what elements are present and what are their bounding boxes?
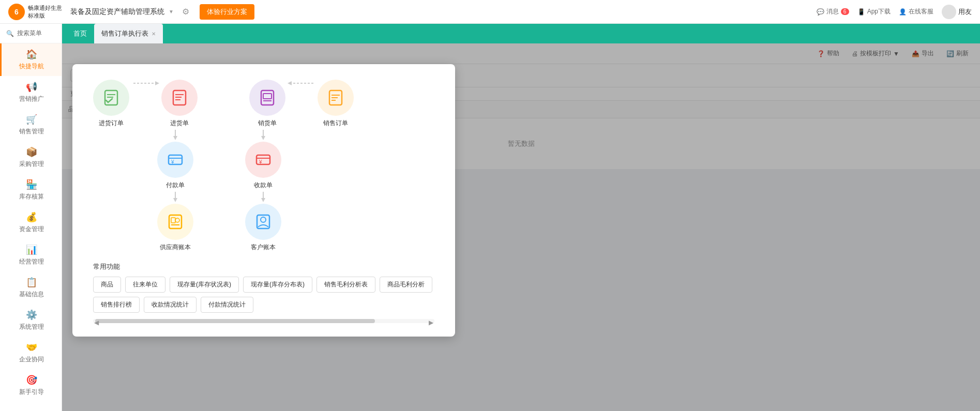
settings-icon[interactable]: ⚙ [182, 7, 189, 17]
flow-section: 进货订单 进货单 [93, 80, 434, 252]
top-header: 6 畅康通好生意 标准版 装备及固定资产辅助管理系统 ▼ ⚙ 体验行业方案 💬 … [0, 0, 980, 24]
content-area: 首页 销售订单执行表 ✕ ❓ 帮助 🖨 按模板打印 ▼ [62, 24, 980, 411]
func-btn-receipt-stats[interactable]: 收款情况统计 [144, 297, 197, 313]
sidebar-item-basic-info[interactable]: 📋 基础信息 [0, 271, 62, 304]
customer-ledger-label: 客户账本 [251, 243, 276, 252]
payment-label: 付款单 [166, 181, 185, 190]
basic-info-icon: 📋 [26, 277, 37, 288]
svg-marker-31 [261, 198, 265, 202]
sidebar-item-enterprise[interactable]: 🤝 企业协同 [0, 337, 62, 369]
flow-node-receipt[interactable]: ¥ 收款单 [245, 142, 281, 190]
newbie-icon: 🎯 [26, 374, 37, 386]
trial-button[interactable]: 体验行业方案 [200, 4, 254, 20]
svg-text:¥: ¥ [259, 159, 262, 165]
func-btn-payment-stats[interactable]: 付款情况统计 [201, 297, 253, 313]
finance-icon: 💰 [26, 211, 37, 223]
sidebar-item-newbie[interactable]: 🎯 新手引导 [0, 369, 62, 402]
phone-icon: 📱 [857, 8, 865, 16]
flow-node-sales-order[interactable]: 销售订单 [318, 80, 354, 128]
logo-icon: 6 [8, 4, 25, 20]
search-icon: 🔍 [6, 30, 14, 37]
logo-text: 畅康通好生意 标准版 [28, 4, 62, 19]
svg-rect-25 [257, 155, 270, 164]
flow-node-sales-receipt[interactable]: 销货单 [249, 80, 285, 128]
supplier-ledger-label: 供应商账本 [160, 243, 191, 252]
user-menu[interactable]: 用友 [942, 5, 972, 19]
sales-order-icon [318, 80, 354, 116]
sidebar-item-operations[interactable]: 📊 经营管理 [0, 239, 62, 271]
svg-rect-22 [169, 155, 182, 164]
search-menu[interactable]: 🔍 搜索菜单 [0, 24, 62, 43]
svg-text:¥: ¥ [171, 159, 174, 165]
svg-marker-4 [155, 81, 159, 85]
sales-order-label: 销售订单 [323, 119, 348, 128]
modal-scrollbar-thumb [95, 319, 375, 323]
logo-area: 6 畅康通好生意 标准版 [8, 4, 70, 20]
sidebar-item-purchase[interactable]: 📦 采购管理 [0, 141, 62, 174]
scroll-right-icon[interactable]: ▶ [429, 319, 433, 326]
svg-rect-10 [263, 94, 272, 99]
receipt-label: 收款单 [254, 181, 273, 190]
supplier-ledger-icon [157, 204, 193, 240]
sidebar-item-quick-nav[interactable]: 🏠 快捷导航 [0, 43, 62, 76]
purchase-icon: 📦 [26, 146, 37, 158]
payment-icon: ¥ [157, 142, 193, 178]
system-title-area: 装备及固定资产辅助管理系统 ▼ ⚙ 体验行业方案 [70, 4, 817, 20]
page-content: ❓ 帮助 🖨 按模板打印 ▼ 📤 导出 🔄 刷新 [62, 43, 980, 411]
svg-point-35 [175, 218, 179, 222]
purchase-receipt-label: 进货单 [170, 119, 189, 128]
flow-node-customer-ledger[interactable]: 客户账本 [245, 204, 281, 252]
receipt-icon: ¥ [245, 142, 281, 178]
message-icon: 💬 [817, 8, 824, 16]
app-download-button[interactable]: 📱 App下载 [857, 7, 891, 16]
func-btn-sales-rank[interactable]: 销售排行榜 [93, 297, 140, 313]
main-layout: 🔍 搜索菜单 🏠 快捷导航 📢 营销推广 🛒 销售管理 📦 采购管理 🏪 库存核… [0, 24, 980, 411]
tab-sales-order[interactable]: 销售订单执行表 ✕ [94, 24, 163, 43]
func-btn-goods[interactable]: 商品 [93, 277, 121, 293]
marketing-icon: 📢 [26, 81, 37, 93]
svg-point-37 [261, 217, 266, 222]
sidebar-item-sales[interactable]: 🛒 销售管理 [0, 109, 62, 141]
common-functions-title: 常用功能 [93, 262, 434, 271]
dropdown-arrow-icon[interactable]: ▼ [169, 9, 174, 14]
purchase-order-label: 进货订单 [99, 119, 124, 128]
avatar [942, 5, 956, 19]
modal-box: 进货订单 进货单 [72, 64, 455, 337]
func-row-2: 销售排行榜 收款情况统计 付款情况统计 [93, 297, 434, 313]
user-name: 用友 [958, 7, 972, 17]
func-btn-stock-status[interactable]: 现存量(库存状况表) [170, 277, 239, 293]
inventory-icon: 🏪 [26, 179, 37, 190]
modal-overlay: 进货订单 进货单 [62, 43, 980, 411]
sales-receipt-label: 销货单 [258, 119, 277, 128]
flow-node-purchase-receipt[interactable]: 进货单 [161, 80, 198, 128]
sidebar-item-finance[interactable]: 💰 资金管理 [0, 206, 62, 239]
system-icon: ⚙️ [26, 309, 37, 321]
messages-badge: 6 [841, 8, 849, 15]
flow-node-payment[interactable]: ¥ 付款单 [157, 142, 193, 190]
func-btn-partners[interactable]: 往来单位 [125, 277, 165, 293]
flow-node-purchase-order[interactable]: 进货订单 [93, 80, 129, 128]
func-btn-stock-dist[interactable]: 现存量(库存分布表) [243, 277, 312, 293]
tab-bar: 首页 销售订单执行表 ✕ [62, 24, 980, 43]
messages-button[interactable]: 💬 消息 6 [817, 7, 849, 16]
online-service-button[interactable]: 👤 在线客服 [899, 7, 933, 16]
customer-ledger-icon [245, 204, 281, 240]
sales-receipt-icon [249, 80, 285, 116]
func-btn-goods-gross[interactable]: 商品毛利分析 [380, 277, 432, 293]
svg-marker-21 [261, 136, 265, 140]
flow-node-supplier-ledger[interactable]: 供应商账本 [157, 204, 193, 252]
sidebar-item-inventory[interactable]: 🏪 库存核算 [0, 174, 62, 206]
tab-home[interactable]: 首页 [66, 24, 94, 43]
svg-marker-13 [288, 81, 292, 85]
func-btn-sales-gross[interactable]: 销售毛利分析表 [316, 277, 375, 293]
purchase-order-icon [93, 80, 129, 116]
tab-close-icon[interactable]: ✕ [152, 31, 156, 37]
sidebar-item-marketing[interactable]: 📢 营销推广 [0, 76, 62, 109]
sidebar-item-system[interactable]: ⚙️ 系统管理 [0, 304, 62, 337]
svg-marker-29 [173, 198, 177, 202]
scroll-left-icon[interactable]: ◀ [94, 319, 99, 326]
system-title: 装备及固定资产辅助管理系统 [70, 7, 164, 17]
sidebar: 🔍 搜索菜单 🏠 快捷导航 📢 营销推广 🛒 销售管理 📦 采购管理 🏪 库存核… [0, 24, 62, 411]
enterprise-icon: 🤝 [26, 342, 37, 353]
service-icon: 👤 [899, 8, 907, 16]
